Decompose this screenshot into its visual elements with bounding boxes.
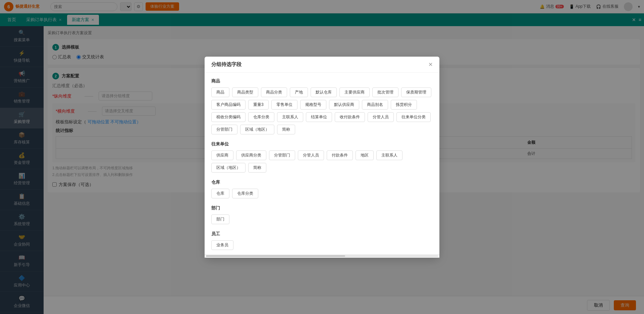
field-tag-2-1[interactable]: 仓库分类 [232, 189, 258, 198]
field-tag-0-4[interactable]: 默认仓库 [311, 87, 337, 97]
field-tag-0-24[interactable]: 简称 [277, 125, 295, 134]
modal-overlay[interactable]: 分组待选字段 ✕ 商品商品商品类型商品分类产地默认仓库主要供应商批次管理保质期管… [0, 0, 644, 314]
field-group-title-0: 商品 [211, 78, 433, 84]
field-group-3: 部门部门 [211, 205, 433, 224]
field-group-2: 仓库仓库仓库分类 [211, 179, 433, 198]
field-tag-0-2[interactable]: 商品分类 [261, 87, 287, 97]
hscroll-thumb [206, 255, 345, 257]
field-tag-1-5[interactable]: 地区 [356, 150, 374, 160]
modal-header: 分组待选字段 ✕ [205, 57, 439, 73]
field-tag-0-19[interactable]: 收付款条件 [335, 112, 365, 122]
field-tags-2: 仓库仓库分类 [211, 189, 433, 198]
field-group-1: 往来单位供应商供应商分类分管部门分管人员付款条件地区主联系人区域（地区）简称 [211, 141, 433, 173]
field-tag-1-3[interactable]: 分管人员 [298, 150, 324, 160]
field-tag-0-3[interactable]: 产地 [290, 87, 308, 97]
field-tags-4: 业务员 [211, 240, 433, 250]
field-tags-1: 供应商供应商分类分管部门分管人员付款条件地区主联系人区域（地区）简称 [211, 150, 433, 173]
field-tag-2-0[interactable]: 仓库 [211, 189, 229, 198]
field-tag-0-13[interactable]: 商品别名 [362, 100, 388, 110]
hscroll-track [206, 255, 438, 257]
modal-hscroll[interactable] [205, 254, 439, 258]
field-group-title-1: 往来单位 [211, 141, 433, 147]
field-tag-0-22[interactable]: 分管部门 [211, 125, 237, 134]
field-tag-0-0[interactable]: 商品 [211, 87, 229, 97]
field-tags-3: 部门 [211, 214, 433, 224]
modal-close-button[interactable]: ✕ [428, 61, 433, 68]
modal-body: 商品商品商品类型商品分类产地默认仓库主要供应商批次管理保质期管理客户商品编码重量… [205, 73, 439, 254]
field-tag-1-2[interactable]: 分管部门 [269, 150, 295, 160]
field-tag-1-1[interactable]: 供应商分类 [236, 150, 266, 160]
modal: 分组待选字段 ✕ 商品商品商品类型商品分类产地默认仓库主要供应商批次管理保质期管… [205, 57, 439, 258]
field-tag-0-5[interactable]: 主要供应商 [339, 87, 370, 97]
field-tag-1-4[interactable]: 付款条件 [327, 150, 353, 160]
field-tag-1-6[interactable]: 主联系人 [376, 150, 402, 160]
field-tag-0-9[interactable]: 重量3 [248, 100, 269, 110]
field-tag-0-23[interactable]: 区域（地区） [240, 125, 274, 134]
field-tag-0-14[interactable]: 拣货积分 [391, 100, 417, 110]
field-tag-0-17[interactable]: 主联系人 [277, 112, 303, 122]
field-tag-0-15[interactable]: 税收分类编码 [211, 112, 246, 122]
field-tag-0-1[interactable]: 商品类型 [232, 87, 258, 97]
field-tag-3-0[interactable]: 部门 [211, 214, 229, 224]
modal-title: 分组待选字段 [211, 61, 241, 68]
field-tag-4-0[interactable]: 业务员 [211, 240, 233, 250]
field-tag-0-12[interactable]: 默认供应商 [329, 100, 359, 110]
field-tag-0-18[interactable]: 结算单位 [306, 112, 332, 122]
field-group-0: 商品商品商品类型商品分类产地默认仓库主要供应商批次管理保质期管理客户商品编码重量… [211, 78, 433, 134]
field-tag-0-6[interactable]: 批次管理 [372, 87, 398, 97]
field-tag-1-7[interactable]: 区域（地区） [211, 163, 246, 173]
field-group-title-3: 部门 [211, 205, 433, 211]
field-tag-0-16[interactable]: 仓库分类 [248, 112, 274, 122]
field-tag-0-21[interactable]: 往来单位分类 [396, 112, 431, 122]
field-tag-0-20[interactable]: 分管人员 [368, 112, 394, 122]
field-group-4: 员工业务员 [211, 231, 433, 250]
field-group-title-4: 员工 [211, 231, 433, 237]
field-tag-0-8[interactable]: 客户商品编码 [211, 100, 246, 110]
field-tag-1-8[interactable]: 简称 [248, 163, 266, 173]
field-group-title-2: 仓库 [211, 179, 433, 185]
field-tag-0-7[interactable]: 保质期管理 [401, 87, 431, 97]
field-tags-0: 商品商品类型商品分类产地默认仓库主要供应商批次管理保质期管理客户商品编码重量3零… [211, 87, 433, 134]
field-tag-0-10[interactable]: 零售单位 [271, 100, 298, 110]
field-tag-1-0[interactable]: 供应商 [211, 150, 233, 160]
field-tag-0-11[interactable]: 规格型号 [300, 100, 326, 110]
